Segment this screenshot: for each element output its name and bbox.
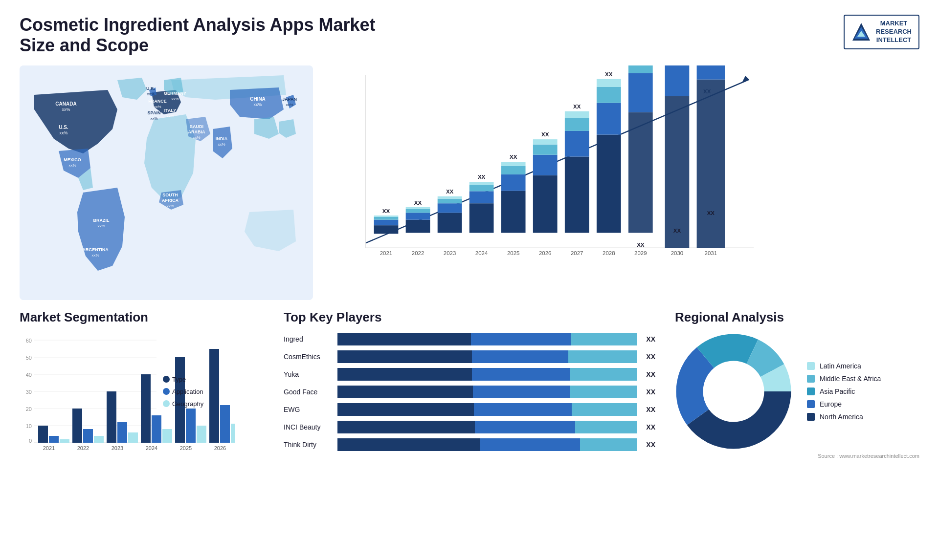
svg-text:xx%: xx% (218, 142, 225, 147)
player-row: Think DirtyXX (284, 438, 655, 451)
svg-text:30: 30 (26, 389, 32, 395)
svg-text:xx%: xx% (193, 135, 200, 140)
segmentation-title: Market Segmentation (20, 310, 264, 325)
svg-rect-54 (438, 199, 462, 204)
player-value: XX (646, 353, 655, 361)
svg-text:xx%: xx% (91, 253, 99, 258)
players-title: Top Key Players (284, 310, 655, 325)
svg-text:2026: 2026 (539, 250, 552, 256)
main-bar-chart-section: XX 2021 XX 2022 XX 2023 XX 2024 (333, 65, 919, 300)
player-bar-container (337, 350, 637, 363)
svg-rect-52 (438, 213, 462, 233)
svg-text:2027: 2027 (571, 250, 583, 256)
player-bar-segment (472, 368, 570, 381)
svg-point-142 (163, 388, 170, 395)
player-bar-segment (474, 403, 572, 416)
svg-rect-88 (628, 112, 653, 233)
legend-label-asia: Asia Pacific (820, 388, 855, 395)
svg-rect-61 (470, 182, 494, 185)
svg-rect-116 (38, 426, 48, 443)
svg-rect-46 (406, 220, 430, 233)
svg-text:INDIA: INDIA (216, 136, 228, 141)
svg-text:AFRICA: AFRICA (162, 198, 179, 203)
player-bar-segment (475, 421, 575, 433)
svg-rect-42 (374, 217, 399, 220)
player-row: Good FaceXX (284, 386, 655, 398)
svg-text:2022: 2022 (412, 250, 425, 256)
player-bar-segment (568, 350, 638, 363)
svg-text:xx%: xx% (171, 97, 179, 101)
legend-label-na: North America (820, 413, 863, 421)
svg-text:U.S.: U.S. (59, 125, 68, 130)
svg-rect-96 (697, 80, 725, 248)
player-bar-segment (337, 386, 473, 398)
svg-rect-134 (197, 426, 206, 443)
player-value: XX (646, 335, 655, 343)
svg-rect-55 (438, 196, 462, 199)
svg-text:0: 0 (29, 438, 32, 444)
player-bar-segment (337, 421, 475, 433)
player-name: Ingred (284, 335, 333, 343)
svg-text:XX: XX (673, 228, 681, 234)
legend-mea: Middle East & Africa (807, 375, 881, 383)
svg-rect-79 (565, 111, 589, 118)
donut-container: Latin America Middle East & Africa Asia … (675, 333, 919, 450)
svg-rect-72 (533, 145, 558, 155)
svg-rect-76 (565, 157, 589, 233)
svg-text:CHINA: CHINA (250, 96, 266, 102)
player-row: CosmEthicsXX (284, 350, 655, 363)
map-svg: CANADA xx% U.S. xx% MEXICO xx% BRAZIL xx… (20, 65, 313, 300)
page-title: Cosmetic Ingredient Analysis Apps Market… (20, 15, 411, 56)
svg-rect-78 (565, 118, 589, 131)
regional-title: Regional Analysis (675, 310, 919, 325)
svg-text:XX: XX (605, 71, 613, 77)
svg-rect-93 (665, 96, 690, 248)
player-name: Good Face (284, 388, 333, 396)
legend-label-latin: Latin America (820, 362, 861, 370)
svg-text:2025: 2025 (507, 250, 520, 256)
svg-rect-77 (565, 131, 589, 157)
svg-point-140 (163, 376, 170, 383)
svg-text:XX: XX (414, 200, 422, 206)
svg-text:10: 10 (26, 423, 32, 429)
player-name: Yuka (284, 370, 333, 378)
svg-text:XX: XX (478, 174, 486, 180)
svg-rect-133 (186, 409, 196, 443)
svg-text:ARABIA: ARABIA (188, 129, 205, 134)
svg-text:2023: 2023 (444, 250, 456, 256)
svg-text:2029: 2029 (634, 250, 647, 256)
legend-latin-america: Latin America (807, 362, 881, 370)
donut-legend: Latin America Middle East & Africa Asia … (807, 362, 881, 421)
svg-point-144 (163, 400, 170, 407)
player-value: XX (646, 388, 655, 396)
legend-north-america: North America (807, 413, 881, 421)
legend-color-latin (807, 362, 815, 370)
main-bar-chart-svg: XX 2021 XX 2022 XX 2023 XX 2024 (333, 65, 773, 280)
legend-color-mea (807, 375, 815, 383)
player-value: XX (646, 370, 655, 378)
svg-text:xx%: xx% (166, 114, 174, 118)
svg-text:xx%: xx% (68, 163, 76, 168)
player-bar-segment (337, 438, 480, 451)
svg-text:2028: 2028 (603, 250, 615, 256)
svg-rect-89 (628, 73, 653, 112)
svg-rect-58 (470, 203, 494, 233)
svg-rect-118 (60, 439, 69, 443)
legend-color-na (807, 413, 815, 421)
svg-rect-49 (406, 207, 430, 209)
legend-asia: Asia Pacific (807, 388, 881, 395)
svg-rect-94 (665, 65, 690, 96)
svg-text:MEXICO: MEXICO (64, 157, 81, 162)
player-bar-container (337, 438, 637, 451)
svg-text:BRAZIL: BRAZIL (93, 218, 110, 223)
svg-text:40: 40 (26, 372, 32, 378)
player-bar-segment (570, 368, 637, 381)
bottom-grid: Market Segmentation 60 50 40 30 20 10 0 (20, 310, 919, 472)
page-header: Cosmetic Ingredient Analysis Apps Market… (20, 15, 919, 56)
svg-rect-125 (117, 422, 127, 443)
player-row: INCI BeautyXX (284, 421, 655, 433)
svg-rect-70 (533, 175, 558, 233)
svg-text:XX: XX (382, 208, 390, 214)
segmentation-chart-svg: 60 50 40 30 20 10 0 (20, 333, 235, 470)
svg-text:2025: 2025 (180, 445, 192, 451)
